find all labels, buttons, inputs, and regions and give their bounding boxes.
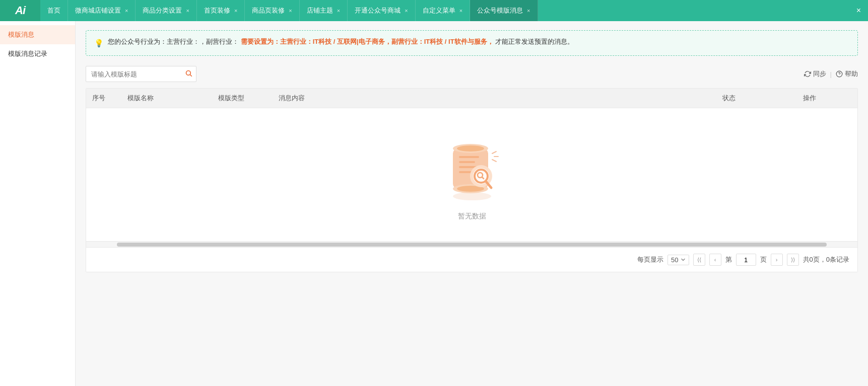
help-button[interactable]: 帮助 [836,69,858,79]
scrollbar-track [86,242,857,247]
svg-rect-10 [459,161,475,163]
help-label: 帮助 [845,69,858,79]
close-icon[interactable]: × [405,8,408,14]
per-page-label: 每页显示 [637,255,663,264]
close-icon[interactable]: × [289,8,292,14]
svg-point-3 [453,192,491,200]
empty-state: 暂无数据 [86,108,857,241]
scrollbar-thumb[interactable] [117,243,827,247]
notice-prefix: 您的公众号行业为：主营行业：，副营行业： [108,38,239,45]
table-header: 序号 模版名称 模版类型 消息内容 状态 操作 [86,89,857,108]
notice-suffix: 才能正常发送预置的消息。 [495,38,574,45]
nav-tab-home-label: 首页 [47,6,60,15]
close-icon[interactable]: × [527,8,530,14]
nav-tab-product-page-label: 商品页装修 [252,6,285,15]
search-button[interactable] [185,69,192,79]
prev-page-button[interactable]: ‹ [709,254,721,266]
page-unit: 页 [760,255,767,264]
sidebar-item-template-msg[interactable]: 模版消息 [0,25,75,44]
main-content: 💡 您的公众号行业为：主营行业：，副营行业： 需要设置为：主营行业：IT科技 /… [76,21,868,386]
sidebar-item-template-msg-label: 模版消息 [8,31,34,38]
pagination: 每页显示 50 ⟨⟨ ‹ 第 页 › ⟩⟩ 共0页，0条记录 [86,247,857,272]
search-input-wrap [86,66,196,82]
nav-tab-menu[interactable]: 自定义菜单 × [416,0,470,21]
page-total: 共0页，0条记录 [803,255,849,264]
nav-tab-theme[interactable]: 店铺主题 × [300,0,348,21]
nav-tab-category[interactable]: 商品分类设置 × [136,0,196,21]
empty-text: 暂无数据 [458,212,486,221]
notice-text: 您的公众号行业为：主营行业：，副营行业： 需要设置为：主营行业：IT科技 / 互… [108,37,574,47]
svg-line-21 [492,160,496,162]
nav-tab-mall[interactable]: 开通公众号商城 × [348,0,415,21]
col-status: 状态 [716,89,797,108]
close-icon[interactable]: × [186,8,189,14]
search-left [86,66,196,82]
nav-tab-category-label: 商品分类设置 [143,6,182,15]
sync-label: 同步 [813,69,826,79]
svg-point-6 [457,145,484,151]
col-type: 模版类型 [212,89,273,108]
next-page-button[interactable]: › [771,254,783,266]
sync-button[interactable]: 同步 [804,69,826,79]
nav-tab-template-msg[interactable]: 公众号模版消息 × [470,0,538,21]
close-icon[interactable]: × [337,8,340,14]
page-label: 第 [725,255,732,264]
main-layout: 模版消息 模版消息记录 💡 您的公众号行业为：主营行业：，副营行业： 需要设置为… [0,21,868,386]
col-index: 序号 [86,89,121,108]
nav-tab-home[interactable]: 首页 [40,0,68,21]
notice-highlight: 需要设置为：主营行业：IT科技 / 互联网|电子商务，副营行业：IT科技 / I… [241,38,494,45]
divider: | [830,70,832,78]
search-right: 同步 | 帮助 [804,69,858,79]
nav-tab-homepage[interactable]: 首页装修 × [197,0,245,21]
sidebar-item-template-msg-record-label: 模版消息记录 [8,50,47,57]
per-page-value: 50 [671,256,678,264]
nav-tab-homepage-label: 首页装修 [204,6,230,15]
notice-banner: 💡 您的公众号行业为：主营行业：，副营行业： 需要设置为：主营行业：IT科技 /… [86,30,858,56]
nav-tab-menu-label: 自定义菜单 [423,6,455,15]
last-page-button[interactable]: ⟩⟩ [787,254,799,266]
close-icon[interactable]: × [234,8,237,14]
close-icon[interactable]: × [459,8,462,14]
nav-tab-shop-settings-label: 微商城店铺设置 [75,6,121,15]
col-content: 消息内容 [273,89,716,108]
sidebar: 模版消息 模版消息记录 [0,21,76,386]
svg-point-0 [186,71,191,75]
top-nav: Ai 首页 微商城店铺设置 × 商品分类设置 × 首页装修 × 商品页装修 × … [0,0,868,21]
col-name: 模版名称 [121,89,212,108]
notice-icon: 💡 [94,37,104,49]
sidebar-item-template-msg-record[interactable]: 模版消息记录 [0,44,75,63]
nav-tab-theme-label: 店铺主题 [307,6,333,15]
nav-tab-mall-label: 开通公众号商城 [355,6,400,15]
close-all-button[interactable]: × [849,0,868,21]
page-input[interactable] [736,254,756,266]
data-table: 序号 模版名称 模版类型 消息内容 状态 操作 [86,88,858,272]
close-icon[interactable]: × [125,8,128,14]
per-page-select[interactable]: 50 [667,255,689,265]
col-action: 操作 [797,89,857,108]
search-bar: 同步 | 帮助 [86,66,858,82]
search-input[interactable] [86,66,196,82]
svg-line-19 [492,151,496,153]
first-page-button[interactable]: ⟨⟨ [693,254,705,266]
nav-logo: Ai [0,0,40,21]
nav-tab-shop-settings[interactable]: 微商城店铺设置 × [68,0,136,21]
svg-rect-9 [459,156,479,158]
nav-tab-template-msg-label: 公众号模版消息 [477,6,523,15]
horizontal-scrollbar[interactable] [86,241,857,247]
nav-tab-product-page[interactable]: 商品页装修 × [245,0,299,21]
empty-illustration [442,138,502,204]
svg-line-1 [190,74,191,76]
